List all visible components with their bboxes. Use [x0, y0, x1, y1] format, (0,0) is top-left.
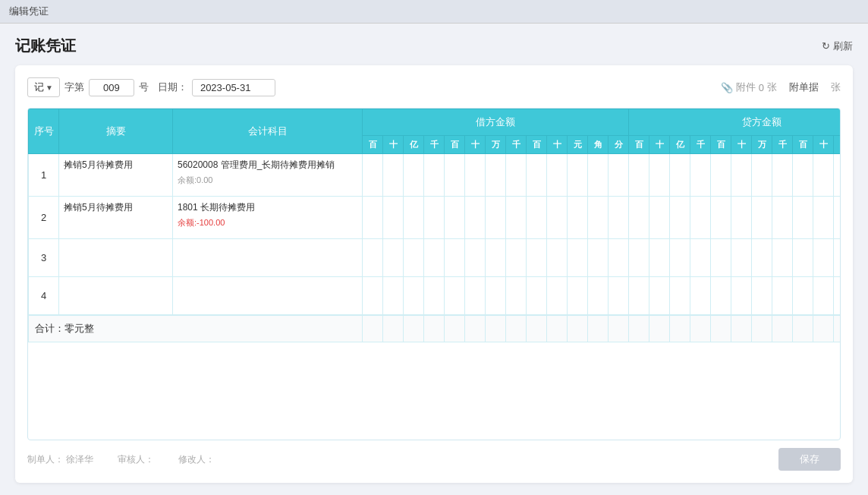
- col-summary-header: 摘要: [59, 109, 173, 154]
- voucher-table-wrapper: 序号 摘要 会计科目 借方金额 贷方金额 百 十 亿 千 百 十: [27, 108, 841, 440]
- row1-balance: 余额:0.00: [178, 175, 357, 186]
- table-row: 1 摊销5月待摊费用 56020008 管理费用_长期待摊费用摊销 余额:0.0…: [29, 154, 841, 197]
- refresh-icon: ↻: [822, 40, 830, 52]
- footer-total-label: 合计：零元整: [29, 315, 363, 342]
- creator-value: 徐泽华: [66, 454, 93, 465]
- row4-summary[interactable]: [59, 277, 173, 315]
- credit-d3: 亿: [670, 136, 690, 154]
- credit-d9: 百: [793, 136, 813, 154]
- credit-d6: 十: [731, 136, 752, 154]
- debit-d3: 亿: [404, 136, 424, 154]
- col-seq-header: 序号: [29, 109, 59, 154]
- debit-d11: 元: [568, 136, 588, 154]
- date-group: 日期：: [158, 79, 275, 96]
- debit-d10: 十: [547, 136, 568, 154]
- credit-d10: 十: [813, 136, 834, 154]
- row2-account[interactable]: 1801 长期待摊费用 余额:-100.00: [173, 197, 363, 239]
- attach-unit: 张: [767, 80, 777, 94]
- row3-seq: 3: [29, 239, 59, 277]
- table-row: 2 摊销5月待摊费用 1801 长期待摊费用 余额:-100.00: [29, 197, 841, 239]
- credit-d1: 百: [629, 136, 649, 154]
- row2-account-code: 1801 长期待摊费用: [178, 201, 357, 214]
- debit-d9: 百: [527, 136, 547, 154]
- debit-d12: 角: [588, 136, 609, 154]
- main-window: 编辑凭证 记账凭证 ↻ 刷新 记 ▼ 字第 号: [0, 0, 868, 495]
- col-credit-header: 贷方金额: [629, 109, 841, 136]
- attach-link[interactable]: 📎 附件 0 张: [721, 80, 777, 94]
- voucher-table: 序号 摘要 会计科目 借方金额 贷方金额 百 十 亿 千 百 十: [28, 109, 841, 342]
- credit-d2: 十: [649, 136, 670, 154]
- row1-seq: 1: [29, 154, 59, 197]
- window-title: 编辑凭证: [9, 5, 49, 17]
- row2-seq: 2: [29, 197, 59, 239]
- page-header: 记账凭证 ↻ 刷新: [15, 36, 853, 56]
- refresh-label: 刷新: [833, 39, 853, 53]
- table-row: 4: [29, 277, 841, 315]
- table-footer-row: 合计：零元整: [29, 315, 841, 342]
- row3-summary[interactable]: [59, 239, 173, 277]
- row1-account-code: 56020008 管理费用_长期待摊费用摊销: [178, 159, 357, 172]
- credit-d4: 千: [690, 136, 711, 154]
- chevron-down-icon: ▼: [46, 84, 53, 92]
- date-input[interactable]: [192, 79, 275, 96]
- credit-d7: 万: [752, 136, 772, 154]
- voucher-type-dropdown[interactable]: 记 ▼: [27, 77, 60, 97]
- refresh-button[interactable]: ↻ 刷新: [822, 39, 853, 53]
- debit-d2: 十: [383, 136, 404, 154]
- attach-bill-label: 附单据: [789, 81, 819, 93]
- titlebar: 编辑凭证: [0, 0, 868, 24]
- debit-d4: 千: [424, 136, 445, 154]
- modifier-label: 修改人：: [178, 454, 215, 465]
- debit-d8: 千: [506, 136, 527, 154]
- table-row: 3: [29, 239, 841, 277]
- debit-d5: 百: [445, 136, 465, 154]
- number-suffix: 号: [139, 80, 149, 94]
- right-actions: 📎 附件 0 张 附单据 张: [721, 80, 841, 94]
- reviewer-field: 审核人：: [118, 453, 154, 466]
- creator-field: 制单人： 徐泽华: [27, 453, 93, 466]
- col-debit-header: 借方金额: [363, 109, 629, 136]
- row1-summary[interactable]: 摊销5月待摊费用: [59, 154, 173, 197]
- reviewer-label: 审核人：: [118, 454, 154, 465]
- content-area: 记账凭证 ↻ 刷新 记 ▼ 字第 号 日期：: [0, 24, 868, 495]
- voucher-number-input[interactable]: [89, 79, 134, 96]
- attach-label: 附件: [736, 80, 756, 94]
- credit-d8: 千: [772, 136, 793, 154]
- word-label: 字第: [64, 80, 84, 94]
- debit-d13: 分: [609, 136, 629, 154]
- row1-account[interactable]: 56020008 管理费用_长期待摊费用摊销 余额:0.00: [173, 154, 363, 197]
- modifier-field: 修改人：: [178, 453, 215, 466]
- col-account-header: 会计科目: [173, 109, 363, 154]
- attach-bill-button[interactable]: 附单据: [789, 80, 819, 94]
- table-header-row-1: 序号 摘要 会计科目 借方金额 贷方金额: [29, 109, 841, 136]
- voucher-type-group: 记 ▼ 字第 号: [27, 77, 149, 97]
- row3-account[interactable]: [173, 239, 363, 277]
- attach-bill-count: 张: [831, 80, 841, 94]
- debit-d1: 百: [363, 136, 383, 154]
- attach-count: 0: [759, 82, 764, 93]
- form-row: 记 ▼ 字第 号 日期： 📎 附件 0 张: [27, 77, 841, 97]
- credit-d11: 元: [834, 136, 841, 154]
- form-footer: 制单人： 徐泽华 审核人： 修改人： 保存: [27, 448, 841, 471]
- save-button[interactable]: 保存: [778, 448, 841, 471]
- paperclip-icon: 📎: [721, 82, 733, 93]
- row4-account[interactable]: [173, 277, 363, 315]
- debit-d7: 万: [486, 136, 506, 154]
- voucher-card: 记 ▼ 字第 号 日期： 📎 附件 0 张: [15, 65, 853, 483]
- date-label: 日期：: [158, 80, 187, 94]
- row2-summary[interactable]: 摊销5月待摊费用: [59, 197, 173, 239]
- voucher-type-value: 记: [34, 80, 44, 94]
- page-title: 记账凭证: [15, 36, 76, 56]
- creator-label: 制单人：: [27, 454, 64, 465]
- row2-balance: 余额:-100.00: [178, 217, 357, 229]
- row4-seq: 4: [29, 277, 59, 315]
- credit-d5: 百: [711, 136, 731, 154]
- form-footer-info: 制单人： 徐泽华 审核人： 修改人：: [27, 453, 215, 466]
- debit-d6: 十: [465, 136, 486, 154]
